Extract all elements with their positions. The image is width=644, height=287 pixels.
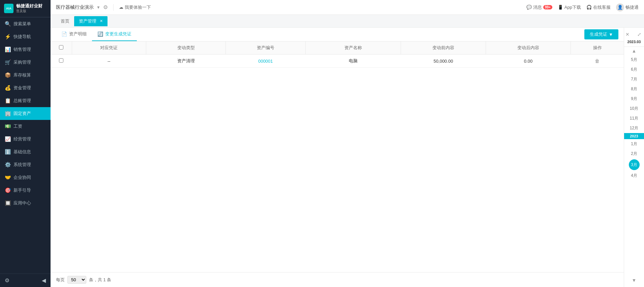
sidebar-item-base-info[interactable]: ℹ️ 基础信息 — [0, 146, 51, 158]
sidebar-item-system[interactable]: ⚙️ 系统管理 — [0, 158, 51, 171]
inner-tab-change-voucher[interactable]: 🔄 变更生成凭证 — [92, 28, 137, 41]
sidebar: AtA 畅捷通好业财 普及版 🔍 搜索菜单 ⚡ 快捷导航 📊 销售管理 🛒 采购… — [0, 0, 51, 287]
table-row: -- 资产清理 000001 电脑 50,000.00 0.00 🗑 — [51, 55, 624, 68]
panel-month-9[interactable]: 9月 — [624, 94, 644, 104]
tab-asset-management[interactable]: 资产管理 ✕ — [74, 16, 108, 26]
per-page-select[interactable]: 50 10 20 100 — [67, 276, 86, 284]
main-content: 📄 资产明细 🔄 变更生成凭证 生成凭证 ▼ — [51, 28, 624, 287]
sidebar-item-search[interactable]: 🔍 搜索菜单 — [0, 17, 51, 30]
row-after: 0.00 — [486, 55, 571, 68]
panel-year: 2023.03 — [627, 40, 641, 44]
asset-detail-icon: 📄 — [61, 31, 67, 37]
system-icon: ⚙️ — [5, 162, 11, 168]
th-type: 变动类型 — [146, 41, 226, 55]
row-voucher: -- — [72, 55, 146, 68]
sidebar-item-funds[interactable]: 💰 资金管理 — [0, 82, 51, 94]
delete-row-button[interactable]: 🗑 — [595, 58, 600, 64]
panel-month-4[interactable]: 4月 — [624, 171, 644, 181]
sidebar-item-fixed-assets[interactable]: 🏢 固定资产 — [0, 107, 51, 120]
purchase-icon: 🛒 — [5, 59, 11, 65]
experience-button[interactable]: ☁ 我要体验一下 — [119, 4, 151, 10]
generate-voucher-button[interactable]: 生成凭证 ▼ — [584, 29, 618, 39]
sales-icon: 📊 — [5, 46, 11, 53]
panel-month-6[interactable]: 6月 — [624, 65, 644, 74]
panel-scroll-down-button[interactable]: ▼ — [624, 276, 644, 284]
sidebar-item-operations[interactable]: 📈 经营管理 — [0, 133, 51, 146]
app-version: 普及版 — [16, 9, 42, 13]
tab-bar: 首页 资产管理 ✕ — [51, 15, 644, 28]
change-voucher-table: 对应凭证 变动类型 资产编号 资产名称 变动前内容 变动后内容 操作 — [51, 41, 624, 68]
operations-icon: 📈 — [5, 136, 11, 142]
panel-month-3[interactable]: 3月 — [629, 159, 640, 170]
sidebar-item-enterprise[interactable]: 🤝 企业协同 — [0, 171, 51, 184]
base-info-icon: ℹ️ — [5, 149, 11, 155]
logo-icon: AtA — [4, 4, 13, 13]
collapse-button[interactable]: ◀ — [42, 277, 46, 284]
sidebar-item-ledger[interactable]: 📋 总账管理 — [0, 94, 51, 107]
enterprise-icon: 🤝 — [5, 174, 11, 181]
app-center-icon: 🔲 — [5, 200, 11, 206]
salary-icon: 💵 — [5, 123, 11, 129]
panel-months: 5月 6月 7月 8月 9月 10月 11月 12月 2023 1月 2月 3月… — [624, 55, 644, 276]
user-menu[interactable]: 👤 畅捷通 — [616, 3, 639, 11]
sidebar-item-app-center[interactable]: 🔲 应用中心 — [0, 197, 51, 210]
inventory-icon: 📦 — [5, 72, 11, 78]
table-header-row: 对应凭证 变动类型 资产编号 资产名称 变动前内容 变动后内容 操作 — [51, 41, 624, 55]
customer-service-button[interactable]: 🎧 在线客服 — [586, 4, 611, 10]
message-icon: 💬 — [526, 5, 532, 10]
panel-month-10[interactable]: 10月 — [624, 104, 644, 114]
panel-scroll-up-button[interactable]: ▲ — [624, 47, 644, 55]
header-divider — [113, 4, 114, 11]
tab-close-icon[interactable]: ✕ — [100, 19, 103, 23]
settings-button[interactable]: ⚙ — [5, 277, 9, 284]
fixed-assets-icon: 🏢 — [5, 110, 11, 117]
th-action: 操作 — [571, 41, 624, 55]
panel-month-7[interactable]: 7月 — [624, 74, 644, 84]
select-all-checkbox[interactable] — [59, 45, 63, 50]
messages-button[interactable]: 💬 消息 99 — [526, 4, 552, 10]
row-action: 🗑 — [571, 55, 624, 68]
panel-month-1[interactable]: 1月 — [624, 139, 644, 149]
user-avatar-icon: 👤 — [616, 3, 624, 11]
th-name: 资产名称 — [305, 41, 401, 55]
panel-month-8[interactable]: 8月 — [624, 84, 644, 94]
sidebar-item-guide[interactable]: 🎯 新手引导 — [0, 184, 51, 197]
cloud-icon: ☁ — [119, 5, 123, 10]
panel-month-5[interactable]: 5月 — [624, 55, 644, 65]
search-icon: 🔍 — [5, 21, 11, 27]
settings-gear-icon[interactable]: ⚙ — [103, 4, 108, 10]
service-icon: 🎧 — [586, 5, 592, 10]
guide-icon: 🎯 — [5, 187, 11, 193]
panel-month-2[interactable]: 2月 — [624, 149, 644, 159]
content-area: 📄 资产明细 🔄 变更生成凭证 生成凭证 ▼ — [51, 28, 644, 287]
row-code: 000001 — [226, 55, 305, 68]
th-before: 变动前内容 — [401, 41, 486, 55]
ledger-icon: 📋 — [5, 98, 11, 104]
panel-month-11[interactable]: 11月 — [624, 114, 644, 123]
panel-expand-button[interactable]: ⤢ — [637, 32, 641, 37]
messages-badge: 99 — [543, 5, 552, 9]
header: 医疗器械行业演示 ▼ ⚙ ☁ 我要体验一下 💬 消息 99 📱 App下载 🎧 … — [51, 0, 644, 15]
funds-icon: 💰 — [5, 85, 11, 91]
panel-close-button[interactable]: ✕ — [625, 32, 630, 37]
chevron-down-icon: ▼ — [609, 32, 613, 37]
th-after: 变动后内容 — [486, 41, 571, 55]
sidebar-item-inventory[interactable]: 📦 库存核算 — [0, 69, 51, 82]
row-checkbox[interactable] — [59, 58, 63, 63]
app-download-button[interactable]: 📱 App下载 — [558, 4, 581, 10]
sidebar-item-sales[interactable]: 📊 销售管理 — [0, 43, 51, 56]
inner-tab-bar: 📄 资产明细 🔄 变更生成凭证 生成凭证 ▼ — [51, 28, 624, 41]
sidebar-item-salary[interactable]: 💵 工资 — [0, 120, 51, 133]
company-chevron-icon[interactable]: ▼ — [96, 5, 100, 10]
sidebar-bottom: ⚙ ◀ — [0, 274, 51, 287]
th-checkbox — [51, 41, 72, 55]
sidebar-logo: AtA 畅捷通好业财 普及版 — [0, 0, 51, 17]
inner-tab-asset-detail[interactable]: 📄 资产明细 — [56, 28, 92, 41]
sidebar-item-quick-nav[interactable]: ⚡ 快捷导航 — [0, 30, 51, 43]
per-page-label: 每页 — [56, 277, 65, 283]
quick-nav-icon: ⚡ — [5, 34, 11, 40]
tab-home[interactable]: 首页 — [56, 16, 74, 26]
panel-month-12[interactable]: 12月 — [624, 123, 644, 133]
sidebar-item-purchase[interactable]: 🛒 采购管理 — [0, 56, 51, 69]
main-area: 医疗器械行业演示 ▼ ⚙ ☁ 我要体验一下 💬 消息 99 📱 App下载 🎧 … — [51, 0, 644, 287]
